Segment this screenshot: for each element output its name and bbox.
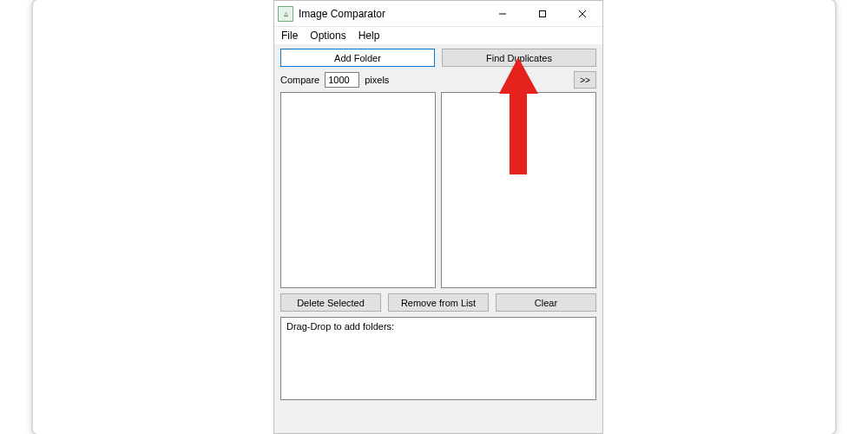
delete-selected-label: Delete Selected <box>297 298 365 308</box>
close-button[interactable] <box>562 1 602 26</box>
window-controls <box>483 1 602 26</box>
app-icon: ▵ <box>278 6 293 22</box>
compare-input[interactable] <box>325 72 359 88</box>
compare-group: Compare pixels <box>280 72 389 88</box>
titlebar-left: ▵ Image Comparator <box>278 6 385 22</box>
minimize-button[interactable] <box>483 1 523 26</box>
expand-label: >> <box>580 76 590 85</box>
find-duplicates-button[interactable]: Find Duplicates <box>442 49 596 67</box>
drag-drop-area[interactable]: Drag-Drop to add folders: <box>280 317 596 400</box>
svg-rect-1 <box>540 10 546 16</box>
list-right[interactable] <box>441 92 596 288</box>
list-panels <box>280 92 596 288</box>
add-folder-button[interactable]: Add Folder <box>280 49 435 67</box>
add-folder-label: Add Folder <box>334 53 381 63</box>
app-window: ▵ Image Comparator File Options Help Add… <box>273 0 603 434</box>
clear-label: Clear <box>535 298 557 308</box>
menu-help[interactable]: Help <box>358 30 380 42</box>
titlebar: ▵ Image Comparator <box>274 1 602 27</box>
top-button-row: Add Folder Find Duplicates <box>280 49 596 67</box>
compare-label: Compare <box>280 75 319 85</box>
action-buttons-row: Delete Selected Remove from List Clear <box>280 293 596 312</box>
compare-unit: pixels <box>365 75 389 85</box>
menubar: File Options Help <box>274 27 602 44</box>
remove-from-list-button[interactable]: Remove from List <box>388 293 489 312</box>
find-duplicates-label: Find Duplicates <box>486 53 552 63</box>
client-area: Add Folder Find Duplicates Compare pixel… <box>274 44 602 433</box>
clear-button[interactable]: Clear <box>496 293 596 312</box>
maximize-button[interactable] <box>523 1 562 26</box>
menu-file[interactable]: File <box>281 30 298 42</box>
expand-button[interactable]: >> <box>574 71 596 89</box>
list-left[interactable] <box>280 92 436 288</box>
menu-options[interactable]: Options <box>310 30 345 42</box>
drag-drop-label: Drag-Drop to add folders: <box>286 321 394 332</box>
window-title: Image Comparator <box>299 8 385 20</box>
remove-from-list-label: Remove from List <box>401 298 476 308</box>
delete-selected-button[interactable]: Delete Selected <box>280 293 381 312</box>
compare-row: Compare pixels >> <box>280 71 596 89</box>
